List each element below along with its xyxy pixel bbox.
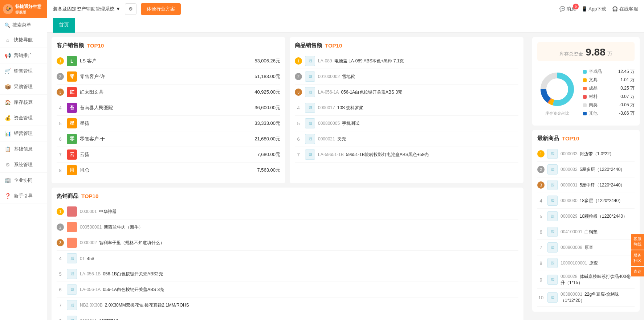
product-rank-title: 商品销售额 TOP10 [295, 42, 518, 49]
legend-label-text: 文具 [589, 77, 598, 83]
content-area: 客户销售额 TOP10 1LLS 客户53,006.26元2零零售客户-许51,… [47, 33, 644, 320]
sidebar-item-label: 库存核算 [14, 99, 33, 106]
online-service-btn[interactable]: 🎧 在线客服 [612, 6, 638, 12]
sidebar-item-quick-nav[interactable]: ⌂ 快捷导航 [0, 32, 47, 48]
search-icon: 🔍 [4, 22, 10, 28]
latest-product-item: 8🖼10000100001原查 [537, 255, 635, 271]
product-code: 0000002 [80, 240, 97, 245]
product-code: NB2.0X30B [80, 303, 103, 308]
customer-rank-item: 8肖肖总7,563.00元 [57, 163, 280, 178]
customer-avatar: L [67, 56, 77, 66]
legend-label-text: 其他 [589, 110, 598, 116]
right-panel: 库存总资金 9.88 万 [528, 33, 644, 320]
sidebar-item-operations[interactable]: 📊 经营管理 [0, 126, 47, 141]
customer-value: 7,680.00元 [257, 151, 280, 158]
customer-top10-title: 客户销售额 TOP10 [57, 42, 280, 49]
hot-products-list: 10000001中华神器2000500001新西兰牛肉（新牛）30000002智… [57, 204, 518, 320]
enterprise-icon: 🏢 [4, 177, 11, 184]
latest-product-item: 4🖼000003018多层（1220*2440） [537, 193, 635, 209]
latest-products-badge: TOP10 [562, 135, 579, 141]
latest-product-item: 2🖼00000325厘多层（1220*2440） [537, 162, 635, 177]
legend-value: 0.07 万 [620, 94, 635, 100]
product-thumb: 🖼 [547, 149, 558, 159]
float-service: 客服热线 服务社区 直达 [631, 234, 644, 276]
product-img-thumb [67, 222, 77, 232]
legend-item: 半成品12.45 万 [583, 67, 635, 76]
nav-tab-home[interactable]: 首页 [53, 18, 75, 33]
product-img-thumb: 🖼 [67, 300, 77, 310]
service-community-btn[interactable]: 服务社区 [631, 250, 644, 266]
product-thumb: 🖼 [305, 56, 315, 66]
sidebar-item-finance[interactable]: 💰 资金管理 [0, 110, 47, 126]
product-name: 电池盖 LA-089 ABS本色+黑种 7.1克 [334, 58, 404, 63]
product-code: LA-056-1A [318, 90, 339, 95]
notification-btn[interactable]: 💬 消息 6 [559, 6, 576, 12]
inventory-unit: 万 [607, 51, 612, 57]
product-name: 夹壳 [337, 136, 346, 141]
trial-button[interactable]: 体验行业方案 [141, 3, 181, 15]
hot-product-item: 2000500001新西兰牛肉（新牛） [57, 220, 518, 235]
product-code: 003800001 [561, 292, 582, 297]
product-img-thumb [67, 238, 77, 248]
product-name: 雪地靴 [342, 74, 355, 79]
direct-visit-btn[interactable]: 直达 [631, 267, 644, 276]
sidebar-logo: 🐓 畅捷通好生意 标准版 [0, 0, 47, 18]
chart-area: 库存资金占比 半成品12.45 万文具1.01 万成品0.25 万材料0.07 … [537, 65, 635, 120]
legend-value: 12.45 万 [618, 69, 635, 75]
sidebar-item-inventory[interactable]: 🏠 库存核算 [0, 95, 47, 110]
left-panel: 客户销售额 TOP10 1LLS 客户53,006.26元2零零售客户-许51,… [47, 33, 528, 320]
product-thumb: 🖼 [305, 134, 315, 144]
topbar: 装备及固定资产辅助管理系统 ▼ ⚙ 体验行业方案 💬 消息 6 📱 App下载 … [47, 0, 644, 18]
legend-item: 材料0.07 万 [583, 93, 635, 101]
customer-rank-item: 6零零售客户-于21,680.00元 [57, 131, 280, 147]
operations-icon: 📊 [4, 130, 11, 137]
sidebar-item-new-guide[interactable]: ❓ 新手引导 [0, 188, 47, 204]
product-code: LA-089 [318, 58, 332, 63]
customer-value: 53,006.26元 [254, 58, 280, 64]
customer-name: 云扬 [80, 151, 254, 158]
customer-avatar: 零 [67, 71, 77, 82]
inventory-legend: 半成品12.45 万文具1.01 万成品0.25 万材料0.07 万肉类-0.0… [583, 67, 635, 118]
sidebar-item-sys-manage[interactable]: ⚙ 系统管理 [0, 157, 47, 173]
product-code: LA-056-1A [80, 287, 101, 292]
message-icon: 💬 [559, 6, 565, 12]
product-img-thumb: 🖼 [67, 284, 77, 295]
hot-product-item: 8🖼000001112070519-xs [57, 313, 518, 320]
hot-product-item: 30000002智利车子里（规格不知道填什么） [57, 235, 518, 251]
product-thumb: 🖼 [547, 180, 558, 190]
customer-name: 苔南县人民医院 [80, 104, 252, 111]
hot-product-item: 6🖼LA-056-1A056-1A白色按键开关盖ABS 3壳 [57, 282, 518, 298]
sidebar-search[interactable]: 🔍 搜索菜单 [0, 18, 47, 32]
settings-button[interactable]: ⚙ [125, 3, 136, 15]
product-name: 056-1B白色按键开关壳ABS2壳 [103, 271, 163, 276]
latest-product-item: 10🖼00380000122g鱼豆腐-烧烤味（1*12*20） [537, 289, 635, 307]
sidebar-item-purchase[interactable]: 📦 采购管理 [0, 79, 47, 95]
product-name: 封边带（1.0*22） [580, 151, 614, 156]
product-rank-badge: TOP10 [325, 42, 342, 49]
product-code: 0000029 [561, 214, 578, 219]
page-nav: 首页 [47, 18, 644, 33]
sidebar-item-enterprise[interactable]: 🏢 企业协同 [0, 173, 47, 188]
customer-service-btn[interactable]: 客服热线 [631, 234, 644, 250]
customer-avatar: 肖 [67, 165, 77, 175]
product-name: 12070519-xs [99, 319, 124, 320]
legend-value: -3.86 万 [619, 110, 635, 116]
customer-name: LS 客户 [80, 58, 252, 64]
sidebar-item-marketing[interactable]: 📢 营销推广 [0, 48, 47, 63]
legend-item: 文具1.01 万 [583, 76, 635, 84]
sidebar-item-label: 经营管理 [14, 130, 33, 137]
product-code: 01 [80, 256, 85, 261]
product-name: 056-1A白色按键开关盖ABS 3壳 [103, 287, 164, 292]
app-download-btn[interactable]: 📱 App下载 [582, 6, 606, 12]
sidebar-item-sales[interactable]: 🛒 销售管理 [0, 63, 47, 79]
product-code: 0000028 [561, 274, 578, 279]
hot-product-item: 4🖼0145# [57, 251, 518, 266]
topbar-right: 💬 消息 6 📱 App下载 🎧 在线客服 [559, 6, 638, 12]
new-guide-icon: ❓ [4, 193, 11, 199]
product-name: 59651-1B旋转投影灯电池盒ABS黑色+58壳 [346, 152, 429, 157]
customer-avatar: 红 [67, 87, 77, 97]
system-title-dropdown[interactable]: 装备及固定资产辅助管理系统 ▼ [53, 6, 121, 12]
hot-products-title: 热销商品 TOP10 [57, 193, 518, 200]
legend-dot [583, 112, 587, 115]
sidebar-item-basic-info[interactable]: 📋 基础信息 [0, 141, 47, 157]
